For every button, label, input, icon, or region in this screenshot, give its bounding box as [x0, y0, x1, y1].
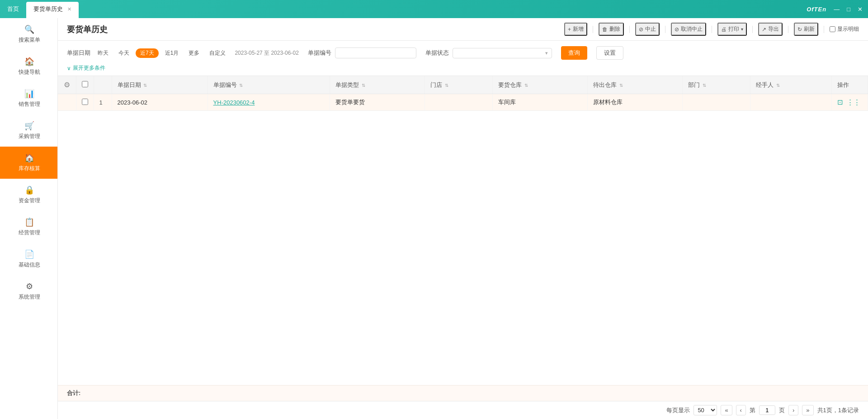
cell-dept [683, 94, 750, 111]
th-settings[interactable]: ⚙ [58, 76, 76, 94]
summary-label: 合计: [67, 389, 80, 397]
cell-handler [750, 94, 832, 111]
divider-6 [788, 26, 788, 33]
export-button[interactable]: ↗ 导出 [758, 23, 783, 36]
display-detail-checkbox[interactable] [830, 26, 835, 32]
sidebar-item-search[interactable]: 🔍 搜索菜单 [0, 18, 57, 50]
th-no[interactable]: 单据编号 ⇅ [208, 76, 330, 94]
export-label: 导出 [768, 25, 779, 33]
prev-group-btn[interactable]: « [721, 405, 732, 415]
restore-btn[interactable]: □ [847, 6, 850, 13]
delete-button[interactable]: 🗑 删除 [599, 23, 624, 36]
th-dept-label: 部门 [688, 81, 700, 88]
add-button[interactable]: + 新增 [564, 23, 587, 36]
sort-no-icon: ⇅ [239, 83, 243, 88]
total-info: 共1页，1条记录 [817, 406, 859, 414]
sidebar-item-sales[interactable]: 📊 销售管理 [0, 82, 57, 114]
refresh-button[interactable]: ↻ 刷新 [794, 23, 818, 36]
cell-check[interactable] [76, 94, 94, 111]
display-detail-label: 显示明细 [837, 25, 859, 33]
page-unit: 页 [779, 406, 785, 414]
row-checkbox[interactable] [82, 99, 88, 105]
date-today-btn[interactable]: 今天 [115, 48, 133, 58]
cancel-stop-button[interactable]: ⊘ 取消中止 [671, 23, 706, 36]
cell-no[interactable]: YH-20230602-4 [208, 94, 330, 111]
select-all-checkbox[interactable] [82, 81, 88, 87]
sidebar-item-operations[interactable]: 📋 经营管理 [0, 211, 57, 243]
print-button[interactable]: 🖨 打印 ▾ [717, 23, 747, 36]
close-btn[interactable]: ✕ [858, 6, 863, 13]
cancel-stop-icon: ⊘ [675, 26, 679, 33]
row-more-icon[interactable]: ⋮⋮ [847, 98, 860, 106]
sidebar-item-inventory[interactable]: 🏠 库存核算 [0, 147, 57, 179]
inventory-icon: 🏠 [24, 153, 34, 163]
prev-btn[interactable]: ‹ [736, 405, 746, 415]
filter-area: 单据日期 昨天 今天 近7天 近1月 更多 自定义 2023-05-27 至 2… [58, 41, 868, 76]
sidebar-item-inventory-label: 库存核算 [19, 165, 40, 172]
sidebar-item-system[interactable]: ⚙ 系统管理 [0, 275, 57, 307]
column-settings-icon[interactable]: ⚙ [64, 81, 70, 89]
sidebar-item-finance-label: 资金管理 [19, 197, 40, 205]
sort-type-icon: ⇅ [362, 83, 365, 88]
sidebar-item-finance[interactable]: 🔒 资金管理 [0, 179, 57, 211]
expand-more-btn[interactable]: ∨ 展开更多条件 [67, 64, 859, 76]
date-custom-btn[interactable]: 自定义 [206, 48, 229, 58]
status-filter-group: 单据状态 ▾ [425, 48, 552, 58]
tab-close-icon[interactable]: ✕ [67, 6, 71, 12]
doc-no-input[interactable] [335, 48, 416, 58]
delete-label: 删除 [609, 25, 620, 33]
th-req-warehouse[interactable]: 要货仓库 ⇅ [493, 76, 588, 94]
status-select[interactable]: ▾ [453, 48, 552, 58]
date-more-btn[interactable]: 更多 [185, 48, 203, 58]
add-label: 新增 [573, 25, 584, 33]
page-number-input[interactable] [759, 405, 775, 415]
query-button[interactable]: 查询 [561, 46, 587, 60]
th-type[interactable]: 单据类型 ⇅ [330, 76, 425, 94]
th-handler[interactable]: 经手人 ⇅ [750, 76, 832, 94]
next-btn[interactable]: › [788, 405, 798, 415]
th-pending-warehouse[interactable]: 待出仓库 ⇅ [588, 76, 683, 94]
sort-dept-icon: ⇅ [703, 83, 706, 88]
date-last7-btn[interactable]: 近7天 [136, 48, 159, 58]
th-dept[interactable]: 部门 ⇅ [683, 76, 750, 94]
sidebar-item-quick-nav[interactable]: 🏠 快捷导航 [0, 50, 57, 82]
sort-pending-wh-icon: ⇅ [619, 83, 623, 88]
sidebar-item-search-label: 搜索菜单 [19, 36, 40, 44]
operations-icon: 📋 [24, 217, 34, 227]
next-group-btn[interactable]: » [802, 405, 813, 415]
table-row: 1 2023-06-02 YH-20230602-4 要货单要货 车间库 原材料… [58, 94, 868, 111]
date-last1month-btn[interactable]: 近1月 [161, 48, 183, 58]
table-header-row: ⚙ 单据日期 ⇅ 单据编号 [58, 76, 868, 94]
minimize-btn[interactable]: — [834, 6, 840, 13]
sidebar-item-purchase[interactable]: 🛒 采购管理 [0, 114, 57, 147]
doc-link[interactable]: YH-20230602-4 [213, 99, 255, 106]
th-check[interactable] [76, 76, 94, 94]
top-bar: 首页 要货单历史 ✕ OfTEn — □ ✕ [0, 0, 868, 18]
th-handler-label: 经手人 [756, 81, 774, 88]
date-filter-label: 单据日期 [67, 49, 90, 57]
table-footer: 合计: [58, 385, 868, 401]
th-seq [94, 76, 112, 94]
divider-2 [629, 26, 630, 33]
purchase-icon: 🛒 [24, 121, 34, 131]
row-edit-icon[interactable]: ⊡ [837, 98, 843, 106]
sidebar-item-base-info[interactable]: 📄 基础信息 [0, 243, 57, 275]
sidebar-item-quicknav-label: 快捷导航 [19, 68, 40, 76]
setting-button[interactable]: 设置 [596, 46, 623, 60]
window-controls: OfTEn — □ ✕ [807, 6, 863, 13]
sidebar-item-baseinfo-label: 基础信息 [19, 261, 40, 269]
date-yesterday-btn[interactable]: 昨天 [94, 48, 112, 58]
doc-no-filter-group: 单据编号 [308, 48, 416, 58]
cell-req-warehouse: 车间库 [493, 94, 588, 111]
status-chevron-icon: ▾ [545, 50, 548, 56]
tab-home[interactable]: 首页 [0, 0, 26, 18]
delete-icon: 🗑 [602, 26, 608, 33]
display-detail-toggle[interactable]: 显示明细 [830, 25, 859, 33]
refresh-icon: ↻ [797, 26, 802, 33]
th-req-warehouse-label: 要货仓库 [498, 81, 522, 88]
tab-requisition-history[interactable]: 要货单历史 ✕ [26, 2, 79, 18]
page-size-select[interactable]: 50 20 100 200 [693, 405, 717, 415]
th-store[interactable]: 门店 ⇅ [425, 76, 493, 94]
th-date[interactable]: 单据日期 ⇅ [112, 76, 208, 94]
stop-button[interactable]: ⊘ 中止 [635, 23, 660, 36]
